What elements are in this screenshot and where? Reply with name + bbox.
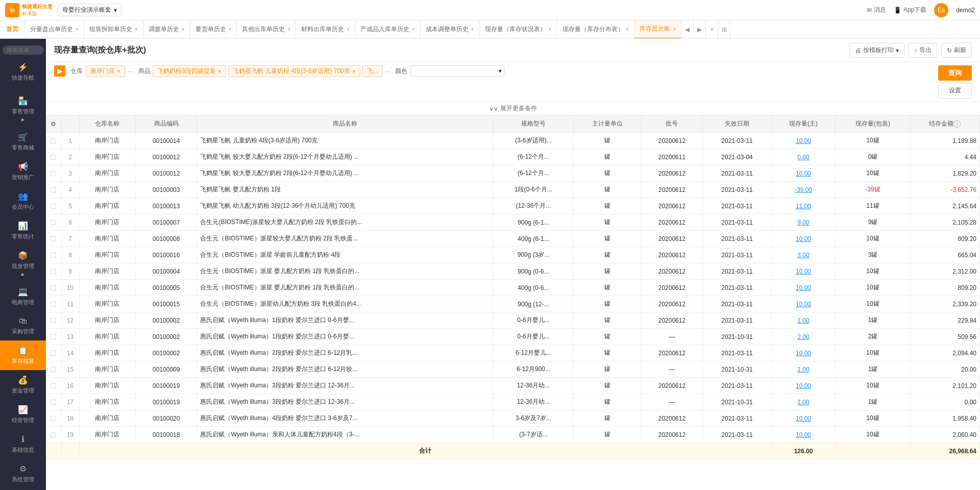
sidebar-item-零售统计[interactable]: 📊 零售统计 [0,216,46,246]
tab-调拨单历史[interactable]: 调拨单历史 × [143,20,190,39]
cell-check[interactable]: ☐ [46,427,61,443]
message-btn[interactable]: ✉ 消息 [867,6,886,14]
tab-close-调拨单历史[interactable]: × [182,27,185,32]
cell-stock-main[interactable]: 10.00 [771,231,835,247]
row-checkbox[interactable]: ☐ [50,333,57,341]
cell-stock-main[interactable]: 2.00 [771,329,835,345]
cell-check[interactable]: ☐ [46,182,61,198]
cell-stock-main[interactable]: 11.00 [771,198,835,214]
cell-stock-main[interactable]: 10.00 [771,296,835,312]
tab-close-现存量库存状况表[interactable]: × [549,27,552,32]
tab-要货单历史[interactable]: 要货单历史 × [190,20,237,39]
row-checkbox[interactable]: ☐ [50,349,57,357]
cell-check[interactable]: ☐ [46,312,61,329]
tab-close-要货单历史[interactable]: × [229,27,232,32]
color-input[interactable] [410,65,505,77]
tab-close-其他出库单历史[interactable]: × [287,27,290,32]
tab-close-组装拆卸单历史[interactable]: × [135,27,138,32]
row-checkbox[interactable]: ☐ [50,202,57,210]
cell-check[interactable]: ☐ [46,345,61,361]
tab-组装拆卸单历史[interactable]: 组装拆卸单历史 × [84,20,143,39]
row-checkbox[interactable]: ☐ [50,137,57,145]
cell-stock-main[interactable]: 10.00 [771,378,835,394]
tab-home[interactable]: 首页 [0,20,25,39]
sidebar-item-库存核算[interactable]: 📋 库存核算 [0,340,46,370]
tab-材料出库单历史[interactable]: 材料出库单历史 × [296,20,355,39]
cell-stock-main[interactable]: 10.00 [771,263,835,280]
balance-info-icon[interactable]: i [953,120,961,128]
tab-close-分量盘点单历史[interactable]: × [76,27,79,32]
sidebar-item-采购管理[interactable]: 🛍 采购管理 [0,311,46,340]
cell-stock-main[interactable]: 3.00 [771,247,835,263]
row-checkbox[interactable]: ☐ [50,251,57,259]
cell-stock-main[interactable]: 0.00 [771,149,835,165]
sidebar-item-经营管理[interactable]: 📈 经营管理 [0,400,46,429]
sidebar-item-quick-nav[interactable]: ⚡ 快捷导航 [0,57,46,87]
sidebar-item-资金管理[interactable]: 💰 资金管理 [0,370,46,400]
sidebar-item-会员中心[interactable]: 👥 会员中心 [0,186,46,216]
tab-close-成本调整单历史[interactable]: × [471,27,474,32]
tab-prev-btn[interactable]: ◀ [681,20,694,39]
sidebar-item-零售商城[interactable]: 🛒 零售商城 [0,127,46,157]
product-more-dots[interactable]: ··· [385,68,390,75]
cell-stock-main[interactable]: 10.00 [771,165,835,182]
row-checkbox[interactable]: ☐ [50,316,57,325]
cell-check[interactable]: ☐ [46,198,61,214]
sidebar-item-批发管理[interactable]: 📦 批发管理 ▶ [0,246,46,282]
row-checkbox[interactable]: ☐ [50,382,57,390]
product-tag-2-close[interactable]: × [352,68,356,75]
sidebar-item-零售管理[interactable]: 🏪 零售管理 ▶ [0,91,46,127]
tab-close-现存量库存分布表[interactable]: × [626,27,629,32]
product-tag-1-close[interactable]: × [218,68,222,75]
cell-stock-main[interactable]: 10.00 [771,345,835,361]
row-checkbox[interactable]: ☐ [50,186,57,194]
warehouse-more-dots[interactable]: ··· [128,68,133,75]
cell-check[interactable]: ☐ [46,378,61,394]
tab-next-btn[interactable]: ▶ [694,20,706,39]
tab-现存量库存分布表[interactable]: 现存量（库存分布表） × [557,20,635,39]
export-btn[interactable]: ↑ 导出 [909,43,937,58]
row-checkbox[interactable]: ☐ [50,300,57,308]
row-checkbox[interactable]: ☐ [50,365,57,374]
tab-close-库存批次账[interactable]: × [673,26,676,32]
row-checkbox[interactable]: ☐ [50,218,57,227]
set-btn[interactable]: 设置 [938,83,972,99]
tab-分量盘点单历史[interactable]: 分量盘点单历史 × [25,20,84,39]
row-checkbox[interactable]: ☐ [50,267,57,276]
tab-产成品入库单历史[interactable]: 产成品入库单历史 × [355,20,421,39]
search-input[interactable] [3,45,44,55]
expand-filter-btn[interactable]: ▶ [54,65,65,77]
app-download-btn[interactable]: 📱 App下载 [894,6,926,14]
cell-check[interactable]: ☐ [46,165,61,182]
tab-现存量库存状况表[interactable]: 现存量（库存状况表） × [480,20,557,39]
cell-stock-main[interactable]: 10.00 [771,280,835,296]
cell-stock-main[interactable]: 10.00 [771,410,835,427]
sidebar-item-营销推广[interactable]: 📢 营销推广 [0,157,46,186]
tab-close-产成品入库单历史[interactable]: × [412,27,415,32]
cell-check[interactable]: ☐ [46,329,61,345]
tab-库存批次账[interactable]: 库存批次账 × [634,20,681,39]
sidebar-item-系统管理[interactable]: ⚙ 系统管理 [0,459,46,488]
template-print-btn[interactable]: 🖨 按模板打印 ▾ [849,43,904,58]
cell-stock-main[interactable]: 1.00 [771,394,835,410]
tab-menu-btn[interactable]: ⊞ [718,20,730,39]
tab-成本调整单历史[interactable]: 成本调整单历史 × [421,20,480,39]
cell-stock-main[interactable]: 1.00 [771,312,835,329]
warehouse-tag-close[interactable]: × [117,68,120,75]
tab-close-材料出库单历史[interactable]: × [347,27,350,32]
row-checkbox[interactable]: ☐ [50,153,57,161]
cell-check[interactable]: ☐ [46,133,61,149]
row-checkbox[interactable]: ☐ [50,284,57,292]
cell-check[interactable]: ☐ [46,361,61,378]
cell-check[interactable]: ☐ [46,394,61,410]
cell-check[interactable]: ☐ [46,231,61,247]
cell-check[interactable]: ☐ [46,214,61,231]
sidebar-item-电商管理[interactable]: 💻 电商管理 [0,282,46,311]
cell-check[interactable]: ☐ [46,247,61,263]
sidebar-item-基础信息[interactable]: ℹ 基础信息 [0,429,46,459]
cell-check[interactable]: ☐ [46,280,61,296]
row-checkbox[interactable]: ☐ [50,414,57,423]
query-btn[interactable]: 查询 [938,65,972,81]
cell-stock-main[interactable]: 9.00 [771,214,835,231]
cell-stock-main[interactable]: 10.00 [771,427,835,443]
